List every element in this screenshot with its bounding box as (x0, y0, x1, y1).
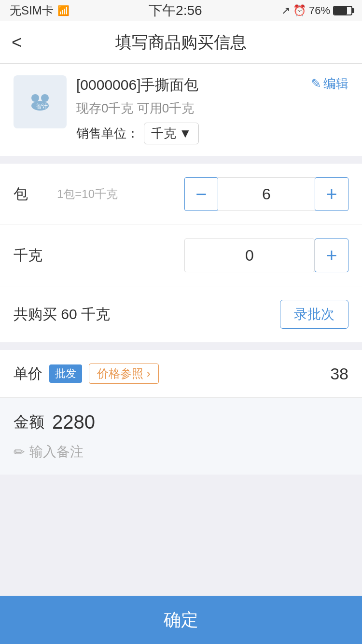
kg-plus-button[interactable]: + (315, 238, 348, 272)
separator-2 (0, 342, 362, 350)
batch-button[interactable]: 录批次 (280, 300, 348, 329)
product-card: 智计 [0000006]手撕面包 现存0千克 可用0千克 销售单位： 千克 ▼ … (0, 64, 362, 156)
edit-button[interactable]: ✎ 编辑 (311, 75, 348, 92)
unit-select[interactable]: 千克 ▼ (144, 123, 199, 144)
bag-quantity-row: 包 1包=10千克 − + (0, 164, 362, 225)
product-stock: 现存0千克 可用0千克 (76, 100, 348, 117)
product-unit-row: 销售单位： 千克 ▼ (76, 123, 348, 144)
svg-point-1 (41, 94, 49, 102)
unit-label: 销售单位： (76, 125, 139, 142)
bag-qty-control: − + (184, 177, 348, 211)
amount-label: 金额 (14, 412, 44, 433)
product-info: [0000006]手撕面包 现存0千克 可用0千克 销售单位： 千克 ▼ (76, 75, 348, 144)
bottom-space (0, 475, 362, 610)
status-bar: 无SIM卡 📶 下午2:56 ↗ ⏰ 76% (0, 0, 362, 21)
time-display: 下午2:56 (149, 1, 202, 20)
quantity-section: 包 1包=10千克 − + 千克 + (0, 164, 362, 286)
price-section: 单价 批发 价格参照 › 38 (0, 350, 362, 397)
bag-label: 包 (14, 184, 52, 204)
note-placeholder: 输入备注 (29, 443, 84, 461)
wifi-icon: 📶 (57, 5, 70, 16)
status-left: 无SIM卡 📶 (10, 3, 70, 18)
note-icon: ✏ (14, 444, 25, 460)
price-tag: 批发 (49, 364, 82, 383)
amount-section: 金额 2280 ✏ 输入备注 (0, 397, 362, 475)
price-value: 38 (330, 364, 348, 383)
product-thumbnail: 智计 (14, 75, 67, 128)
bag-qty-input[interactable] (218, 177, 315, 211)
product-name: [0000006]手撕面包 (76, 75, 348, 95)
kg-label: 千克 (14, 246, 52, 266)
battery-icon (333, 6, 352, 15)
total-row: 共购买 60 千克 录批次 (0, 286, 362, 342)
product-logo-icon: 智计 (26, 87, 55, 116)
alarm-icon: ⏰ (293, 4, 306, 17)
unit-value: 千克 (151, 125, 176, 142)
bag-minus-button[interactable]: − (184, 177, 218, 211)
svg-text:智计: 智计 (36, 103, 48, 110)
total-label: 共购买 60 千克 (14, 305, 110, 324)
amount-value: 2280 (52, 411, 95, 433)
price-row: 单价 批发 价格参照 › 38 (14, 364, 348, 384)
confirm-button[interactable]: 确定 (0, 596, 362, 644)
carrier-text: 无SIM卡 (10, 3, 54, 18)
note-row[interactable]: ✏ 输入备注 (14, 443, 348, 461)
price-ref-button[interactable]: 价格参照 › (89, 364, 159, 384)
status-right: ↗ ⏰ 76% (281, 4, 352, 17)
battery-percent: 76% (309, 4, 330, 17)
bag-hint: 1包=10千克 (57, 186, 184, 202)
kg-qty-control: + (184, 238, 348, 272)
edit-icon: ✎ (311, 76, 321, 91)
back-button[interactable]: < (12, 32, 22, 53)
separator-1 (0, 156, 362, 164)
amount-row: 金额 2280 (14, 411, 348, 433)
price-label: 单价 (14, 364, 42, 384)
location-icon: ↗ (281, 4, 290, 17)
kg-qty-input[interactable] (184, 238, 315, 272)
dropdown-icon: ▼ (179, 126, 192, 141)
bag-plus-button[interactable]: + (315, 177, 348, 211)
page-title: 填写商品购买信息 (115, 31, 247, 54)
nav-bar: < 填写商品购买信息 (0, 21, 362, 64)
edit-label: 编辑 (323, 75, 348, 92)
kg-quantity-row: 千克 + (0, 225, 362, 286)
svg-point-0 (31, 94, 39, 102)
